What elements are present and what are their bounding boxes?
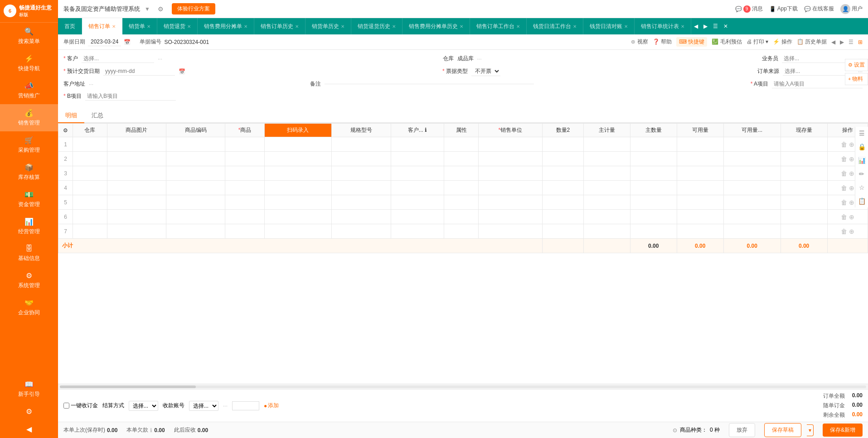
tab-prev-arrow[interactable]: ◀ xyxy=(691,23,701,29)
cell-code[interactable] xyxy=(166,137,225,152)
col-product[interactable]: *商品 xyxy=(225,124,264,137)
sidebar-item-sales[interactable]: 💰 销售管理 xyxy=(0,104,58,131)
col-unit[interactable]: *销售单位 xyxy=(478,124,542,137)
tab-sales-return[interactable]: 销货退货 ✕ xyxy=(157,18,198,34)
tab-daily-clear[interactable]: 钱货日清工作台 ✕ xyxy=(527,18,583,34)
cell-customer[interactable] xyxy=(391,152,444,166)
cell-customer[interactable] xyxy=(391,137,444,152)
sidebar-item-cooperation[interactable]: 🤝 企业协同 xyxy=(0,294,58,321)
tab-sales-invoice[interactable]: 销货单 ✕ xyxy=(122,18,157,34)
cell-code[interactable] xyxy=(166,152,225,166)
tab-close-icon[interactable]: ✕ xyxy=(573,24,577,29)
cell-main-qty[interactable] xyxy=(630,137,677,152)
calendar-icon[interactable]: 📅 xyxy=(124,39,131,45)
cell-warehouse[interactable] xyxy=(73,137,107,152)
print-icon[interactable]: 🖨 打印 ▾ xyxy=(747,38,769,46)
settings-side-btn[interactable]: ⚙ 设置 xyxy=(845,59,868,71)
tab-close-icon[interactable]: ✕ xyxy=(681,24,684,29)
salesperson-input[interactable] xyxy=(782,54,854,63)
add-material-side-btn[interactable]: + 物料 xyxy=(845,73,868,85)
tab-close-icon[interactable]: ✕ xyxy=(392,24,396,29)
copy-icon[interactable]: ⊕ xyxy=(849,199,854,206)
col-stock[interactable]: 现存量 xyxy=(781,124,827,137)
col-attribute[interactable]: 属性 xyxy=(444,124,479,137)
cell-spec[interactable] xyxy=(332,137,391,152)
history-icon[interactable]: 📋 历史单据 xyxy=(797,38,827,46)
tab-close-icon[interactable]: ✕ xyxy=(112,24,116,29)
tab-home[interactable]: 首页 xyxy=(58,18,82,34)
col-settings[interactable]: ⚙ xyxy=(58,124,73,137)
payment-amount-input[interactable]: 0.00 xyxy=(232,401,259,410)
tab-close-icon[interactable]: ✕ xyxy=(624,24,628,29)
sidebar-item-marketing[interactable]: 📣 营销推广 xyxy=(0,77,58,104)
tab-detail[interactable]: 明细 xyxy=(58,109,84,123)
delete-icon[interactable]: 🗑 xyxy=(841,228,847,235)
cell-warehouse[interactable] xyxy=(73,152,107,166)
copy-icon[interactable]: ⊕ xyxy=(849,213,854,221)
col-code[interactable]: 商品编码 xyxy=(166,124,225,137)
tab-next-arrow[interactable]: ▶ xyxy=(701,23,710,29)
dropdown-arrow-icon[interactable]: ▼ xyxy=(145,6,150,12)
sidebar-item-inventory[interactable]: 📦 库存核算 xyxy=(0,159,58,186)
sidebar-item-system[interactable]: ⚙ 系统管理 xyxy=(0,267,58,294)
tab-order-history[interactable]: 销售订单历史 ✕ xyxy=(254,18,305,34)
cell-qty2[interactable] xyxy=(542,137,583,152)
col-customer-info[interactable]: 客户... ℹ xyxy=(391,124,444,137)
tab-summary[interactable]: 汇总 xyxy=(84,109,111,122)
delete-icon[interactable]: 🗑 xyxy=(841,184,847,192)
payment-method-select[interactable]: 选择... xyxy=(129,401,158,411)
discard-button[interactable]: 放弃 xyxy=(729,423,755,437)
save-draft-arrow[interactable]: ▾ xyxy=(807,424,814,436)
tab-statistics[interactable]: 销售订单统计表 ✕ xyxy=(635,18,691,34)
sidebar-item-search[interactable]: 🔍 搜索菜单 xyxy=(0,23,58,50)
tab-menu-icon[interactable]: ☰ xyxy=(710,23,721,29)
tab-invoice-history[interactable]: 销货单历史 ✕ xyxy=(305,18,351,34)
col-spec[interactable]: 规格型号 xyxy=(332,124,391,137)
tab-close-icon[interactable]: ✕ xyxy=(147,24,150,29)
cell-warehouse[interactable] xyxy=(73,166,107,181)
tab-close-icon[interactable]: ✕ xyxy=(244,24,247,29)
tab-close-icon[interactable]: ✕ xyxy=(460,24,463,29)
tab-close-icon[interactable]: ✕ xyxy=(341,24,344,29)
col-image[interactable]: 商品图片 xyxy=(107,124,166,137)
online-service-btn[interactable]: 💬 在线客服 xyxy=(804,5,834,13)
sidebar-item-operations[interactable]: 📊 经营管理 xyxy=(0,213,58,240)
cell-unit[interactable] xyxy=(478,152,542,166)
col-available[interactable]: 可用量 xyxy=(677,124,723,137)
tab-sales-order[interactable]: 销售订单 ✕ xyxy=(82,18,122,34)
industry-solution-button[interactable]: 体验行业方案 xyxy=(172,3,215,14)
view-icon[interactable]: ⊙ 视察 xyxy=(631,38,648,46)
copy-icon[interactable]: ⊕ xyxy=(849,228,854,235)
float-icon-2[interactable]: 🔒 xyxy=(855,140,868,153)
save-new-button[interactable]: 保存&新增 xyxy=(823,424,863,437)
address-dots[interactable]: ··· xyxy=(89,81,93,87)
copy-icon[interactable]: ⊕ xyxy=(849,155,854,163)
tab-workbench[interactable]: 销售订单工作台 ✕ xyxy=(470,18,527,34)
info-circle-icon[interactable]: ℹ xyxy=(150,427,152,433)
float-icon-3[interactable]: 📊 xyxy=(855,154,868,167)
profit-icon[interactable]: 💹 毛利预估 xyxy=(712,38,742,46)
copy-icon[interactable]: ⊕ xyxy=(849,184,854,192)
account-select[interactable]: 选择... xyxy=(189,401,218,411)
invoice-type-select[interactable]: 不开票 xyxy=(471,67,500,76)
date-value[interactable]: 2023-03-24 xyxy=(88,38,121,46)
float-icon-4[interactable]: ✏ xyxy=(855,168,868,180)
delete-icon[interactable]: 🗑 xyxy=(841,213,847,221)
tab-expense-history[interactable]: 销售费用分摊单历史 ✕ xyxy=(402,18,470,34)
cell-attribute[interactable] xyxy=(444,137,479,152)
cell-unit[interactable] xyxy=(478,137,542,152)
add-payment-button[interactable]: ● 添加 xyxy=(264,402,279,409)
cell-qty2[interactable] xyxy=(542,152,583,166)
cell-main-qty[interactable] xyxy=(630,152,677,166)
sidebar-item-quick[interactable]: ⚡ 快捷导航 xyxy=(0,50,58,77)
account-dots[interactable]: ··· xyxy=(223,403,228,409)
delete-icon[interactable]: 🗑 xyxy=(841,199,847,206)
col-qty2[interactable]: 数量2 xyxy=(542,124,583,137)
tab-reconcile[interactable]: 钱货日清对账 ✕ xyxy=(583,18,635,34)
cell-product[interactable] xyxy=(225,152,264,166)
grid-view-icon[interactable]: ⊞ xyxy=(858,39,863,45)
one-click-checkbox[interactable]: 一键收订金 xyxy=(63,402,98,409)
operations-icon[interactable]: ⚡ 操作 xyxy=(773,38,792,46)
col-main-qty[interactable]: 主数量 xyxy=(630,124,677,137)
b-project-input[interactable] xyxy=(85,92,176,101)
